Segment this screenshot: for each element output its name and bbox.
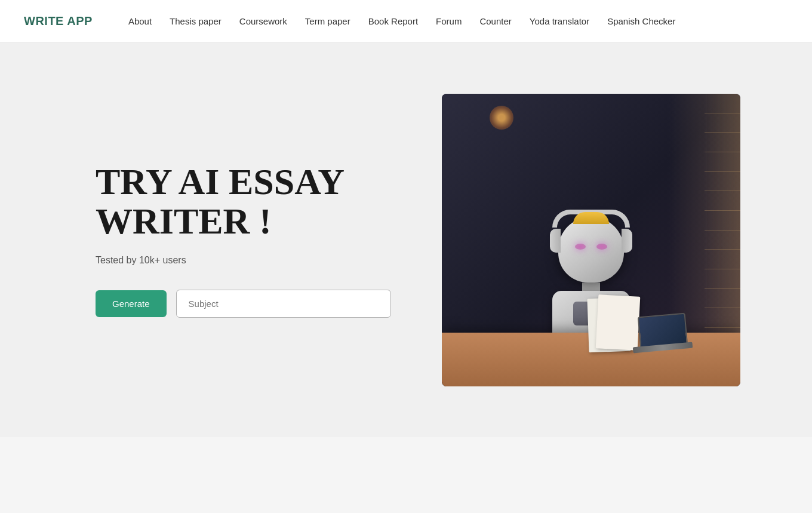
- blind-slat: [705, 94, 740, 113]
- headphone-left: [550, 229, 561, 253]
- blind-slat: [705, 152, 740, 172]
- desk-table: [442, 333, 740, 386]
- blind-slat: [705, 231, 740, 250]
- nav-link-forum[interactable]: Forum: [436, 16, 462, 26]
- nav-item-forum[interactable]: Forum: [436, 16, 462, 27]
- subject-input[interactable]: [176, 290, 391, 318]
- nav-link-coursework[interactable]: Coursework: [239, 16, 287, 26]
- nav-item-thesis-paper[interactable]: Thesis paper: [170, 16, 222, 27]
- hero-section: TRY AI ESSAY WRITER ! Tested by 10k+ use…: [0, 43, 812, 437]
- nav-link-book-report[interactable]: Book Report: [368, 16, 418, 26]
- nav-link-about[interactable]: About: [128, 16, 152, 26]
- blind-slat: [705, 250, 740, 269]
- nav-menu: About Thesis paper Coursework Term paper…: [128, 16, 676, 27]
- nav-item-coursework[interactable]: Coursework: [239, 16, 287, 27]
- blind-slat: [705, 133, 740, 152]
- blind-slat: [705, 269, 740, 289]
- headphone-right: [622, 229, 632, 253]
- blind-slat: [705, 308, 740, 328]
- blind-slat: [705, 172, 740, 192]
- hero-actions: Generate: [96, 290, 394, 318]
- robot-scene: [442, 94, 740, 386]
- robot-head: [558, 217, 624, 282]
- nav-link-yoda-translator[interactable]: Yoda translator: [530, 16, 589, 26]
- nav-link-term-paper[interactable]: Term paper: [305, 16, 350, 26]
- navbar: WRITE APP About Thesis paper Coursework …: [0, 0, 812, 43]
- hero-title-line1: TRY AI ESSAY: [96, 161, 345, 202]
- lamp-glow: [490, 106, 513, 130]
- generate-button[interactable]: Generate: [96, 290, 167, 317]
- robot-eye-right: [596, 244, 607, 250]
- blind-slat: [705, 211, 740, 231]
- hero-title: TRY AI ESSAY WRITER !: [96, 162, 394, 240]
- blind-slat: [705, 191, 740, 211]
- nav-link-thesis-paper[interactable]: Thesis paper: [170, 16, 222, 26]
- nav-link-spanish-checker[interactable]: Spanish Checker: [607, 16, 675, 26]
- blind-slat: [705, 113, 740, 133]
- nav-item-spanish-checker[interactable]: Spanish Checker: [607, 16, 675, 27]
- nav-item-book-report[interactable]: Book Report: [368, 16, 418, 27]
- hero-robot-image: [442, 94, 740, 386]
- hero-content: TRY AI ESSAY WRITER ! Tested by 10k+ use…: [96, 162, 394, 317]
- below-fold: [0, 437, 812, 513]
- hero-subtitle: Tested by 10k+ users: [96, 255, 394, 266]
- blind-slat: [705, 289, 740, 309]
- nav-link-counter[interactable]: Counter: [479, 16, 511, 26]
- nav-item-about[interactable]: About: [128, 16, 152, 27]
- nav-item-term-paper[interactable]: Term paper: [305, 16, 350, 27]
- head-ring: [573, 212, 609, 224]
- robot-eye-left: [575, 244, 586, 250]
- paper-1: [596, 294, 641, 351]
- hero-title-line2: WRITER !: [96, 201, 272, 241]
- nav-item-counter[interactable]: Counter: [479, 16, 511, 27]
- brand-logo[interactable]: WRITE APP: [24, 14, 93, 28]
- robot-neck: [582, 282, 600, 291]
- nav-item-yoda-translator[interactable]: Yoda translator: [530, 16, 589, 27]
